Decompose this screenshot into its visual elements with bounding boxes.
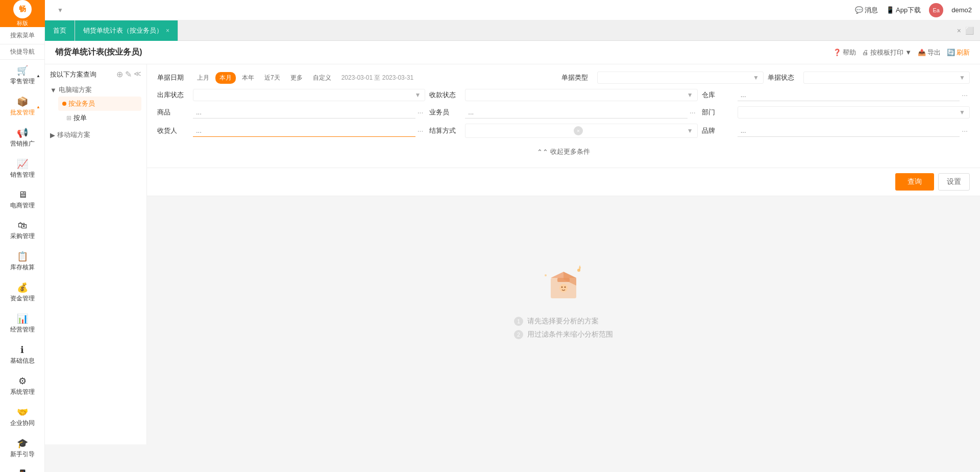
warehouse-dots[interactable]: ··· xyxy=(960,91,970,99)
doc-status-select[interactable]: ▼ xyxy=(803,72,970,84)
date-btn-this-year[interactable]: 本年 xyxy=(238,72,258,84)
collapse-panel-btn[interactable]: ≪ xyxy=(134,69,141,79)
filter-row-3: 商品 ··· 业务员 ··· 部门 xyxy=(157,106,970,119)
sidebar-item-purchase[interactable]: 🛍 采购管理 xyxy=(0,215,44,246)
app-download-btn[interactable]: 📱 App下载 xyxy=(886,6,921,15)
brand-input[interactable] xyxy=(738,125,960,137)
settle-method-select[interactable]: × ▼ xyxy=(465,124,697,138)
search-menu-btn[interactable]: 搜索菜单 xyxy=(0,27,44,44)
doc-type-select[interactable]: ▼ xyxy=(597,72,764,84)
tab-bar: 首页 销货单统计表（按业务员） × × ⬜ xyxy=(45,20,980,41)
tab-sales-stat-label: 销货单统计表（按业务员） xyxy=(83,26,163,35)
settle-clear-btn[interactable]: × xyxy=(574,126,583,135)
sidebar-item-appcenter[interactable]: 📱 应用中心 xyxy=(0,464,44,472)
date-range-display: 2023-03-01 至 2023-03-31 xyxy=(341,74,413,82)
collapse-bar[interactable]: ⌃⌃ 收起更多条件 xyxy=(157,143,970,160)
sidebar-item-inventory[interactable]: 📋 库存核算 xyxy=(0,246,44,277)
user-avatar[interactable]: Ea xyxy=(929,3,943,17)
sidebar-item-retail[interactable]: 🛒 零售管理 xyxy=(0,60,44,91)
scheme-by-salesperson[interactable]: 按业务员 xyxy=(58,97,141,111)
marketing-icon: 📢 xyxy=(17,127,28,138)
doc-type-arrow: ▼ xyxy=(753,74,759,81)
tab-home[interactable]: 首页 xyxy=(45,20,75,41)
empty-illustration xyxy=(538,257,589,309)
page-actions: ❓ 帮助 🖨 按模板打印 ▼ 📤 导出 🔄 刷新 xyxy=(833,48,970,57)
salesperson-input[interactable] xyxy=(465,106,688,119)
search-menu-label[interactable]: 搜索菜单 xyxy=(10,32,35,39)
sidebar-item-label: 新手引导 xyxy=(10,450,35,459)
date-btn-this-month[interactable]: 本月 xyxy=(215,72,236,84)
quick-nav-label[interactable]: 快捷导航 xyxy=(10,48,35,55)
payment-status-label: 收款状态 xyxy=(429,90,465,100)
sidebar-item-label: 销售管理 xyxy=(10,171,35,179)
sidebar-item-finance[interactable]: 💰 资金管理 xyxy=(0,277,44,308)
date-btn-last-month[interactable]: 上月 xyxy=(193,72,213,84)
scheme-desktop-label: 电脑端方案 xyxy=(59,85,92,95)
salesperson-dots[interactable]: ··· xyxy=(688,108,698,116)
topnav-left: ▼ xyxy=(53,7,63,14)
sidebar-item-wholesale[interactable]: 📦 批发管理 xyxy=(0,91,44,122)
help-btn[interactable]: ❓ 帮助 xyxy=(833,48,856,57)
svg-point-8 xyxy=(565,287,566,288)
add-scheme-btn[interactable]: ⊕ xyxy=(116,69,123,79)
active-dot xyxy=(62,102,66,106)
sidebar-item-system[interactable]: ⚙ 系统管理 xyxy=(0,370,44,402)
user-name[interactable]: demo2 xyxy=(951,6,972,14)
print-arrow[interactable]: ▼ xyxy=(905,49,912,56)
sidebar-item-operations[interactable]: 📊 经营管理 xyxy=(0,308,44,339)
window-close-btn[interactable]: × xyxy=(957,27,961,35)
consignee-label: 收货人 xyxy=(157,126,193,135)
consignee-input[interactable] xyxy=(193,125,415,137)
purchase-icon: 🛍 xyxy=(18,220,27,231)
svg-point-7 xyxy=(561,287,563,288)
body-layout: 按以下方案查询 ⊕ ✎ ≪ ▼ 电脑端方案 按业 xyxy=(45,64,980,444)
print-btn[interactable]: 🖨 按模板打印 ▼ xyxy=(862,48,912,57)
export-btn[interactable]: 📤 导出 xyxy=(918,48,941,57)
message-btn[interactable]: 💬 消息 xyxy=(855,6,878,15)
tab-close-btn[interactable]: × xyxy=(166,27,169,34)
payment-status-select[interactable]: ▼ xyxy=(465,89,697,101)
filter-date: 单据日期 上月 本月 本年 近7天 更多 自定义 2023-03-01 至 20… xyxy=(157,72,561,84)
out-status-select[interactable]: ▼ xyxy=(193,89,425,101)
sidebar-item-marketing[interactable]: 📢 营销推广 xyxy=(0,122,44,153)
filter-area: 单据日期 上月 本月 本年 近7天 更多 自定义 2023-03-01 至 20… xyxy=(147,64,980,168)
left-panel-actions: ⊕ ✎ ≪ xyxy=(116,69,141,79)
sidebar-item-basic[interactable]: ℹ 基础信息 xyxy=(0,339,44,370)
sidebar-item-label: 营销推广 xyxy=(10,139,35,148)
empty-hints: 1 请先选择要分析的方案 2 用过滤条件来缩小分析范围 xyxy=(514,317,613,339)
scheme-desktop-title[interactable]: ▼ 电脑端方案 xyxy=(50,83,141,97)
query-button[interactable]: 查询 xyxy=(895,173,934,191)
dept-select[interactable]: ▼ xyxy=(738,106,970,119)
quick-nav-btn[interactable]: 快捷导航 xyxy=(0,44,44,60)
scheme-by-order[interactable]: ⊞ 按单 xyxy=(58,111,141,125)
date-btn-7days[interactable]: 近7天 xyxy=(260,72,284,84)
help-icon: ❓ xyxy=(833,49,841,56)
window-maximize-btn[interactable]: ⬜ xyxy=(965,27,974,35)
consignee-dots[interactable]: ··· xyxy=(415,127,426,135)
warehouse-input[interactable] xyxy=(738,89,960,101)
edit-scheme-btn[interactable]: ✎ xyxy=(125,69,132,79)
export-icon: 📤 xyxy=(918,49,926,56)
filter-warehouse: 仓库 ··· xyxy=(702,89,970,101)
app-selector-arrow[interactable]: ▼ xyxy=(57,7,63,14)
date-btn-custom[interactable]: 自定义 xyxy=(309,72,335,84)
top-navbar: ▼ 💬 消息 📱 App下载 Ea demo2 xyxy=(45,0,980,20)
goods-label: 商品 xyxy=(157,108,193,117)
refresh-label: 刷新 xyxy=(957,48,970,57)
sidebar-item-ecommerce[interactable]: 🖥 电商管理 xyxy=(0,184,44,215)
sidebar-item-sales[interactable]: 📈 销售管理 xyxy=(0,153,44,184)
goods-input[interactable] xyxy=(193,106,415,119)
refresh-btn[interactable]: 🔄 刷新 xyxy=(947,48,970,57)
scheme-mobile-title[interactable]: ▶ 移动端方案 xyxy=(50,128,141,141)
logo-icon: 畅 xyxy=(13,0,32,18)
sidebar-item-enterprise[interactable]: 🤝 企业协同 xyxy=(0,402,44,433)
app-download-label: App下载 xyxy=(896,6,921,14)
goods-dots[interactable]: ··· xyxy=(415,108,426,116)
message-label: 消息 xyxy=(865,6,878,14)
tab-sales-stat[interactable]: 销货单统计表（按业务员） × xyxy=(75,20,178,41)
brand-dots[interactable]: ··· xyxy=(960,127,970,135)
setting-button[interactable]: 设置 xyxy=(938,173,970,191)
date-btn-more[interactable]: 更多 xyxy=(286,72,307,84)
sidebar-item-newbie[interactable]: 🎓 新手引导 xyxy=(0,433,44,464)
left-panel-title: 按以下方案查询 xyxy=(50,70,96,79)
